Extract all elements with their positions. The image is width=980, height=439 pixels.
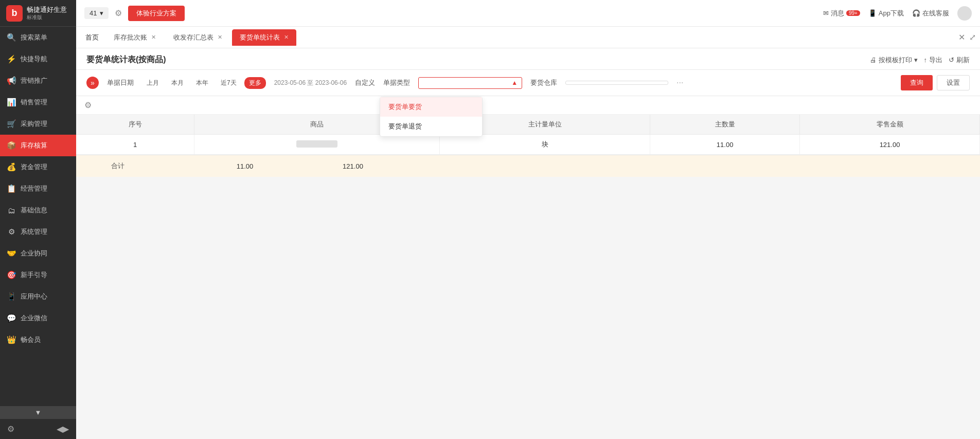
message-badge[interactable]: ✉ 消息 99+: [823, 9, 860, 18]
topbar-gear-icon[interactable]: ⚙: [115, 8, 122, 18]
tab-receive-summary[interactable]: 收发存汇总表 ✕: [166, 29, 230, 46]
sidebar-item-finance[interactable]: 💰 资金管理: [0, 156, 76, 178]
sidebar-item-search[interactable]: 🔍 搜索菜单: [0, 27, 76, 48]
sidebar-item-operations[interactable]: 📋 经营管理: [0, 178, 76, 199]
query-button[interactable]: 查询: [901, 75, 933, 90]
tab-receive-summary-close[interactable]: ✕: [218, 34, 222, 41]
nav-label-sales: 销售管理: [21, 98, 47, 107]
print-chevron: ▾: [914, 56, 918, 64]
nav-icon-wechat: 💬: [6, 313, 16, 323]
nav-icon-purchase: 🛒: [6, 119, 16, 129]
sidebar-scroll-down[interactable]: ▼: [0, 406, 76, 418]
date-btn-this-month[interactable]: 本月: [167, 77, 188, 89]
online-service-link[interactable]: 🎧 在线客服: [912, 9, 949, 18]
sidebar: b 畅捷通好生意 标准版 🔍 搜索菜单 ⚡ 快捷导航 📢 营销推广 📊 销售管理…: [0, 0, 76, 439]
nav-label-enterprise: 企业协同: [21, 249, 47, 258]
tab-order-summary-close[interactable]: ✕: [284, 34, 289, 41]
sidebar-item-sales[interactable]: 📊 销售管理: [0, 92, 76, 113]
print-button[interactable]: 🖨 按模板打印 ▾: [870, 56, 918, 65]
tab-inventory-batch-close[interactable]: ✕: [151, 34, 156, 41]
sidebar-item-purchase[interactable]: 🛒 采购管理: [0, 113, 76, 135]
tab-actions: ✕ ⤢: [958, 32, 976, 42]
tab-order-summary[interactable]: 要货单统计表 ✕: [232, 29, 296, 46]
col-header-amount: 零售金额: [800, 115, 980, 135]
store-selector[interactable]: 41 ▾: [84, 7, 109, 19]
settings-icon[interactable]: ⚙: [7, 424, 14, 434]
nav-label-guide: 新手引导: [21, 270, 47, 280]
nav-icon-inventory: 📦: [6, 140, 16, 151]
sidebar-item-guide[interactable]: 🎯 新手引导: [0, 264, 76, 286]
filter-actions: 查询 设置: [901, 75, 970, 90]
sidebar-item-quick-nav[interactable]: ⚡ 快捷导航: [0, 48, 76, 70]
table-row: 1 块 11.00 121.00: [76, 135, 980, 155]
tabbar: 首页 库存批次账 ✕ 收发存汇总表 ✕ 要货单统计表 ✕ ✕ ⤢: [76, 27, 980, 48]
refresh-icon: ↺: [949, 56, 954, 64]
expand-icon[interactable]: ⤢: [969, 32, 976, 42]
settings-button[interactable]: 设置: [937, 75, 970, 90]
nav-icon-quick-nav: ⚡: [6, 54, 16, 64]
refresh-button[interactable]: ↺ 刷新: [949, 56, 970, 65]
close-all-icon[interactable]: ✕: [958, 32, 965, 42]
nav-icon-operations: 📋: [6, 184, 16, 194]
logo-text: 畅捷通好生意 标准版: [27, 6, 67, 21]
sidebar-item-system[interactable]: ⚙ 系统管理: [0, 221, 76, 243]
custom-date[interactable]: 自定义: [355, 78, 375, 87]
date-btn-more[interactable]: 更多: [244, 77, 266, 89]
date-btn-7days[interactable]: 近7天: [216, 77, 241, 89]
date-btn-last-month[interactable]: 上月: [142, 77, 164, 89]
date-btn-this-year[interactable]: 本年: [191, 77, 213, 89]
promo-button[interactable]: 体验行业方案: [128, 6, 185, 21]
type-select[interactable]: ▲: [418, 77, 522, 89]
sidebar-item-app-center[interactable]: 📱 应用中心: [0, 286, 76, 307]
cell-index: 1: [76, 135, 194, 155]
type-input[interactable]: [423, 79, 509, 87]
message-count: 99+: [846, 10, 860, 16]
sidebar-item-basic[interactable]: 🗂 基础信息: [0, 199, 76, 221]
nav-label-marketing: 营销推广: [21, 76, 47, 85]
col-header-qty: 主数量: [650, 115, 800, 135]
warehouse-select[interactable]: [565, 81, 668, 85]
table-settings-icon[interactable]: ⚙: [84, 100, 92, 110]
service-icon: 🎧: [912, 9, 920, 17]
sidebar-item-marketing[interactable]: 📢 营销推广: [0, 70, 76, 92]
cell-product: [194, 135, 440, 155]
tab-inventory-batch[interactable]: 库存批次账 ✕: [106, 29, 164, 46]
nav-label-member: 畅会员: [21, 335, 41, 344]
footer-qty: 11.00: [214, 162, 276, 170]
message-label: 消息: [831, 9, 844, 18]
footer-amount: 121.00: [322, 162, 384, 170]
data-table: 序号 商品 主计量单位 主数量 零售金额 1 块 11.00 121.00: [76, 115, 980, 155]
nav-icon-search: 🔍: [6, 32, 16, 43]
print-icon: 🖨: [870, 56, 877, 64]
sidebar-item-enterprise[interactable]: 🤝 企业协同: [0, 243, 76, 264]
app-download-link[interactable]: 📱 App下载: [868, 9, 904, 18]
sidebar-item-wechat[interactable]: 💬 企业微信: [0, 307, 76, 329]
tab-order-summary-label: 要货单统计表: [240, 33, 280, 42]
dropdown-item-order-goods[interactable]: 要货单要货: [380, 97, 482, 117]
main-content: 41 ▾ ⚙ 体验行业方案 ✉ 消息 99+ 📱 App下载 🎧 在线客服: [76, 0, 980, 439]
date-label: 单据日期: [107, 78, 134, 87]
sidebar-item-inventory[interactable]: 📦 库存核算: [0, 135, 76, 156]
footer-label: 合计: [111, 161, 214, 171]
tab-inventory-batch-label: 库存批次账: [114, 33, 147, 42]
date-buttons: 上月 本月 本年 近7天 更多: [142, 77, 266, 89]
table-footer: 合计 11.00 121.00: [76, 155, 980, 177]
type-dropdown: 要货单要货 要货单退货: [380, 97, 483, 137]
sidebar-item-member[interactable]: 👑 畅会员: [0, 329, 76, 351]
nav-label-purchase: 采购管理: [21, 119, 47, 129]
nav-label-quick-nav: 快捷导航: [21, 54, 47, 64]
collapse-icon[interactable]: ◀▶: [57, 424, 69, 434]
nav-icon-member: 👑: [6, 335, 16, 345]
avatar[interactable]: [957, 6, 972, 21]
more-filters-icon[interactable]: ···: [676, 78, 683, 87]
tab-home[interactable]: 首页: [80, 30, 104, 45]
col-header-index: 序号: [76, 115, 194, 135]
type-arrow-icon: ▲: [511, 79, 518, 86]
nav-label-finance: 资金管理: [21, 162, 47, 172]
dropdown-item-order-return[interactable]: 要货单退货: [380, 117, 482, 136]
export-button[interactable]: ↑ 导出: [924, 56, 943, 65]
filter-expand-button[interactable]: »: [86, 77, 99, 89]
nav-label-app-center: 应用中心: [21, 292, 47, 301]
type-label: 单据类型: [383, 78, 410, 87]
nav-icon-app-center: 📱: [6, 291, 16, 302]
